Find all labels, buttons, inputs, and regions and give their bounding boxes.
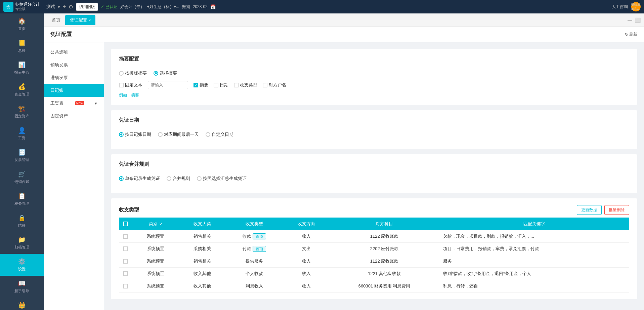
sidebar-item-ledger[interactable]: 📒 总账 xyxy=(0,35,44,57)
cell-keywords-4: 利息，行转，还自 xyxy=(439,280,629,293)
merge-section-title: 凭证合并规则 xyxy=(119,161,629,170)
radio-select-summary[interactable]: 选择摘要 xyxy=(154,70,177,76)
batch-delete-button[interactable]: 批量删除 xyxy=(604,205,629,215)
cell-type-1: 付款 置顶 xyxy=(225,243,283,255)
sidebar-item-reports[interactable]: 📊 报表中心 xyxy=(0,57,44,79)
cell-subject-2: 1122 应收账款 xyxy=(330,255,439,268)
certified-tag: ✓ 已认证 xyxy=(101,4,117,10)
update-data-button[interactable]: 更新数据 xyxy=(577,205,602,215)
ledger-icon: 📒 xyxy=(18,39,26,47)
leftnav-item-journal[interactable]: 日记账 xyxy=(44,84,104,97)
radio-circle-select xyxy=(154,71,158,76)
window-maximize-icon[interactable]: ⬜ xyxy=(635,17,641,23)
logo-title: 畅捷通好会计 xyxy=(15,2,40,7)
row-checkbox-0[interactable] xyxy=(123,234,128,239)
funds-icon: 💰 xyxy=(18,83,26,90)
income-table: 类别 ∨ 收支大类 收支类型 收支方向 对方科目 匹配关键字 xyxy=(119,218,629,293)
col-subject: 对方科目 xyxy=(330,218,439,230)
checkbox-income-type[interactable]: 收支类型 xyxy=(234,82,257,88)
tab-close-icon[interactable]: × xyxy=(89,18,91,22)
radio-single-record[interactable]: 单条记录生成凭证 xyxy=(119,176,160,182)
summary-section-title: 摘要配置 xyxy=(119,56,629,65)
window-minimize-icon[interactable]: — xyxy=(628,17,632,23)
sidebar-item-assets[interactable]: 🏗️ 固定资产 xyxy=(0,101,44,123)
settings-icon[interactable]: ⚙ xyxy=(69,4,73,10)
avatar[interactable]: 畅捷通B组... xyxy=(631,2,641,11)
sidebar-item-invoice[interactable]: 🧾 发票管理 xyxy=(0,145,44,166)
chevron-down-icon: ▾ xyxy=(95,101,97,106)
tab-home[interactable]: 首页 xyxy=(47,15,65,25)
col-type: 收支类型 xyxy=(225,218,283,230)
left-nav: 公共选项 销项发票 进项发票 日记账 工资表 NEW ▾ xyxy=(44,42,104,310)
row-checkbox-4[interactable] xyxy=(123,284,128,288)
sidebar-item-home[interactable]: 🏠 首页 xyxy=(0,13,44,35)
tab-voucher-config[interactable]: 凭证配置 × xyxy=(65,15,95,25)
guide-icon: 📖 xyxy=(18,280,26,287)
sidebar-item-funds[interactable]: 💰 资金管理 xyxy=(0,79,44,101)
leftnav-item-purchase-invoice[interactable]: 进项发票 xyxy=(44,71,104,84)
archive-icon: 📁 xyxy=(18,236,26,243)
leftnav-item-payroll[interactable]: 工资表 NEW ▾ xyxy=(44,97,104,110)
leftnav-item-sales-invoice[interactable]: 销项发票 xyxy=(44,59,104,71)
select-all-checkbox[interactable] xyxy=(123,222,128,226)
radio-merge-rule[interactable]: 合并规则 xyxy=(167,176,190,182)
row-checkbox-3[interactable] xyxy=(123,271,128,276)
merge-radio-group: 单条记录生成凭证 合并规则 按照选择汇总生成凭证 xyxy=(119,176,629,182)
radio-custom-date[interactable]: 自定义日期 xyxy=(206,131,233,138)
checkbox-box-counterpart xyxy=(263,83,267,87)
page-header: 凭证配置 ↻ 刷新 xyxy=(44,27,644,42)
checkbox-date[interactable]: 日期 xyxy=(214,82,228,88)
leftnav-item-public[interactable]: 公共选项 xyxy=(44,46,104,59)
sidebar-label-salary: 工资 xyxy=(18,135,26,141)
assets-icon: 🏗️ xyxy=(18,105,26,112)
app-container: 会 畅捷通好会计 专业版 测试 ▾ + ⚙ 切到旧版 ✓ 已认证 好会计（专） … xyxy=(0,0,644,310)
checkbox-fixed-text[interactable]: 固定文本 xyxy=(119,82,142,88)
cell-direction-3: 收入 xyxy=(283,268,330,280)
checkbox-summary[interactable]: ✓ 摘要 xyxy=(194,82,208,88)
consult-link[interactable]: 人工咨询 xyxy=(612,4,628,10)
radio-circle-single xyxy=(119,176,124,181)
table-row: 系统预置 销售相关 收款 置顶 收入 1122 应收账款 欠款，现金，项目款，到… xyxy=(119,230,629,243)
calendar-icon[interactable]: 📅 xyxy=(210,4,216,9)
cell-type-4: 利息收入 xyxy=(225,280,283,293)
salary-icon: 👤 xyxy=(18,127,26,134)
radio-journal-date[interactable]: 按日记账日期 xyxy=(119,131,151,138)
summary-section: 摘要配置 按模版摘要 选择摘要 xyxy=(111,49,637,105)
radio-aggregate[interactable]: 按照选择汇总生成凭证 xyxy=(197,176,247,182)
sidebar-item-close[interactable]: 🔒 结账 xyxy=(0,210,44,232)
radio-template-summary[interactable]: 按模版摘要 xyxy=(119,70,147,76)
radio-circle-template xyxy=(119,71,124,76)
reset-tag-0[interactable]: 置顶 xyxy=(253,233,266,239)
sidebar-item-member[interactable]: 👑 畅会员 xyxy=(0,298,44,310)
cell-type-2: 提供服务 xyxy=(225,255,283,268)
top-bar: 会 畅捷通好会计 专业版 测试 ▾ + ⚙ 切到旧版 ✓ 已认证 好会计（专） … xyxy=(0,0,644,13)
cell-category-3: 系统预置 xyxy=(132,268,179,280)
checkbox-counterpart[interactable]: 对方户名 xyxy=(263,82,286,88)
cell-keywords-3: 收到*借款，收到*备用金，退回*备用金，个人 xyxy=(439,268,629,280)
row-checkbox-1[interactable] xyxy=(123,246,128,251)
radio-period-last-day[interactable]: 对应期间最后一天 xyxy=(158,131,199,138)
sidebar-item-archive[interactable]: 📁 归档管理 xyxy=(0,232,44,254)
table-row: 系统预置 销售相关 提供服务 收入 1122 应收账款 服务 xyxy=(119,255,629,268)
fixed-text-input[interactable] xyxy=(148,81,188,89)
page-title: 凭证配置 xyxy=(50,31,72,38)
leftnav-item-fixed-assets[interactable]: 固定资产 xyxy=(44,110,104,122)
dropdown-icon[interactable]: ▾ xyxy=(58,4,60,9)
reset-tag-1[interactable]: 置顶 xyxy=(253,246,266,252)
switch-old-version-button[interactable]: 切到旧版 xyxy=(76,3,98,11)
row-checkbox-2[interactable] xyxy=(123,259,128,264)
sidebar-item-purchase[interactable]: 🛒 进销台账 xyxy=(0,166,44,188)
top-bar-mid: 测试 ▾ + ⚙ 切到旧版 ✓ 已认证 好会计（专） +好生意（标）+... 账… xyxy=(46,3,612,11)
cell-direction-4: 收入 xyxy=(283,280,330,293)
refresh-button[interactable]: ↻ 刷新 xyxy=(625,32,637,37)
sidebar-item-salary[interactable]: 👤 工资 xyxy=(0,123,44,145)
sidebar-item-tax[interactable]: 📋 税务管理 xyxy=(0,188,44,210)
sidebar-label-purchase: 进销台账 xyxy=(14,179,29,184)
sidebar-item-settings[interactable]: ⚙️ 设置 xyxy=(0,254,44,276)
content-area: 首页 凭证配置 × — ⬜ 凭证配置 ↻ 刷新 xyxy=(44,13,644,310)
add-icon[interactable]: + xyxy=(63,4,66,10)
cell-keywords-2: 服务 xyxy=(439,255,629,268)
cell-type-0: 收款 置顶 xyxy=(225,230,283,243)
sidebar-item-guide[interactable]: 📖 新手引导 xyxy=(0,276,44,298)
avatar-label: 畅捷通B组... xyxy=(631,2,641,11)
